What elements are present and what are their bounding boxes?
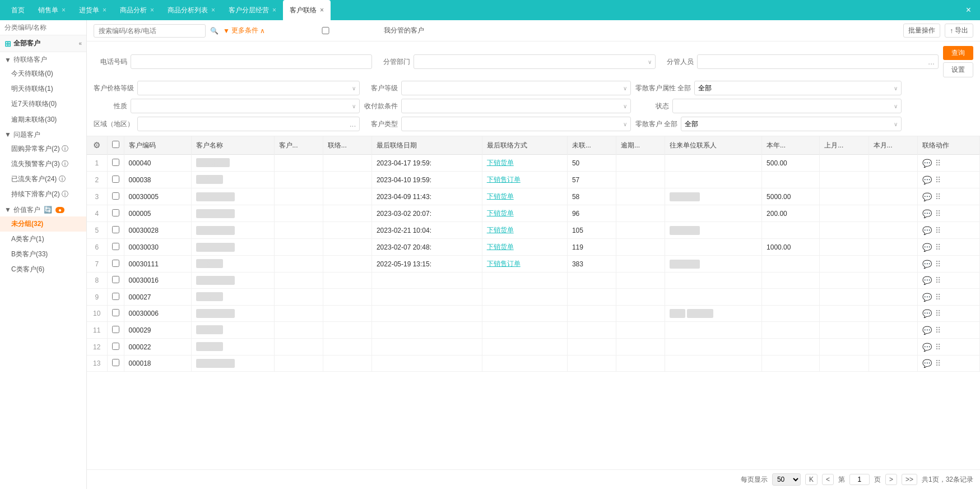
next-page-btn[interactable]: > [885,474,897,485]
person-select[interactable]: ... [697,54,939,69]
sidebar-item-classB[interactable]: B类客户(33) [0,247,86,262]
row-checkbox[interactable] [112,359,119,366]
close-icon[interactable]: × [272,6,276,14]
select-all-checkbox[interactable] [112,141,119,148]
contact-icon[interactable]: 💬 [922,159,932,168]
last-method-link[interactable]: 下销货单 [487,243,514,251]
scatter-cust-select[interactable]: 全部 ∨ [681,117,902,131]
tab-analysis-list[interactable]: 商品分析列表 × [161,0,222,20]
row-checkbox[interactable] [112,209,119,216]
cust-type-select[interactable]: ∨ [401,117,630,131]
row-checkbox[interactable] [112,309,119,316]
ellipsis-icon[interactable]: ... [350,119,356,128]
more-action-icon[interactable]: ⠿ [935,260,941,269]
query-button[interactable]: 查询 [943,46,973,60]
more-action-icon[interactable]: ⠿ [935,226,941,235]
last-method-link[interactable]: 下销货单 [487,192,514,200]
more-action-icon[interactable]: ⠿ [935,243,941,252]
price-level-select[interactable]: ∨ [137,81,360,95]
contact-icon[interactable]: 💬 [922,260,932,269]
last-method-link[interactable]: 下销货单 [487,159,514,167]
close-icon[interactable]: × [62,6,66,14]
contact-icon[interactable]: 💬 [922,326,932,335]
sidebar-group-problem[interactable]: ▼ 问题客户 [0,127,86,141]
collapse-icon[interactable]: « [78,40,82,47]
sidebar-item-classA[interactable]: A类客户(1) [0,232,86,247]
prev-page-btn[interactable]: < [822,474,834,485]
close-icon[interactable]: × [211,6,215,14]
sidebar-item-ungrouped[interactable]: 未分组(32) [0,216,86,232]
last-page-btn[interactable]: >> [902,474,917,485]
last-method-link[interactable]: 下销货单 [487,209,514,217]
sidebar-item-overdue[interactable]: 逾期未联络(30) [0,112,86,127]
row-checkbox[interactable] [112,293,119,300]
tab-purchase[interactable]: 进货单 × [72,0,113,20]
batch-op-btn[interactable]: 批量操作 [903,24,940,38]
sidebar-item-today[interactable]: 今天待联络(0) [0,66,86,81]
row-checkbox[interactable] [112,260,119,267]
th-settings[interactable]: ⚙ [87,136,107,155]
tab-customer-layer[interactable]: 客户分层经营 × [222,0,283,20]
sidebar-item-churn-warn[interactable]: 流失预警客户(3) ⓘ [0,156,86,172]
row-checkbox[interactable] [112,343,119,350]
region-select[interactable]: ... [137,117,360,131]
status-select[interactable]: ∨ [672,99,902,113]
more-action-icon[interactable]: ⠿ [935,209,941,218]
close-icon[interactable]: × [103,6,106,14]
contact-icon[interactable]: 💬 [922,276,932,285]
sidebar-item-tomorrow[interactable]: 明天待联络(1) [0,81,86,96]
sidebar-group-value[interactable]: ▼ 价值客户 🔄 ● [0,202,86,216]
row-checkbox[interactable] [112,243,119,250]
export-btn[interactable]: ↑ 导出 [945,24,973,38]
my-customers-check[interactable] [270,27,382,34]
contact-icon[interactable]: 💬 [922,192,932,201]
more-action-icon[interactable]: ⠿ [935,309,941,318]
sidebar-item-churned[interactable]: 已流失客户(24) ⓘ [0,172,86,187]
close-icon[interactable]: × [150,6,154,14]
payment-select[interactable]: ∨ [401,99,630,113]
sidebar-all-customers[interactable]: ⊞ 全部客户 « [0,35,86,52]
search-input[interactable] [94,24,206,38]
tab-customer-contact[interactable]: 客户联络 × [283,0,331,20]
page-number-input[interactable] [849,474,870,485]
contact-icon[interactable]: 💬 [922,226,932,235]
reset-button[interactable]: 设置 [943,62,973,77]
tab-analysis[interactable]: 商品分析 × [113,0,161,20]
more-action-icon[interactable]: ⠿ [935,176,941,184]
sidebar-item-classC[interactable]: C类客户(6) [0,262,86,277]
contact-icon[interactable]: 💬 [922,293,932,302]
close-all-icon[interactable]: × [962,5,976,15]
contact-icon[interactable]: 💬 [922,243,932,252]
sidebar-item-week[interactable]: 近7天待联络(0) [0,96,86,112]
last-method-link[interactable]: 下销售订单 [487,260,521,267]
contact-icon[interactable]: 💬 [922,359,932,368]
scatter-attr-select[interactable]: 全部 ∨ [694,81,902,95]
nature-select[interactable]: ∨ [131,99,360,113]
sidebar-group-pending[interactable]: ▼ 待联络客户 [0,52,86,66]
row-checkbox[interactable] [112,192,119,200]
more-action-icon[interactable]: ⠿ [935,359,941,368]
more-action-icon[interactable]: ⠿ [935,293,941,302]
more-action-icon[interactable]: ⠿ [935,192,941,201]
close-icon[interactable]: × [320,6,324,14]
my-customers-checkbox[interactable]: 我分管的客户 [270,26,424,35]
dept-select[interactable]: ∨ [414,54,655,69]
row-checkbox[interactable] [112,176,119,183]
ellipsis-icon[interactable]: ... [928,57,935,66]
contact-icon[interactable]: 💬 [922,209,932,218]
sidebar-search-input[interactable] [4,24,87,31]
settings-icon[interactable]: ⚙ [91,139,102,151]
more-action-icon[interactable]: ⠿ [935,343,941,352]
search-btn-icon[interactable]: 🔍 [210,27,219,35]
phone-input[interactable] [131,54,372,69]
contact-icon[interactable]: 💬 [922,309,932,318]
first-page-btn[interactable]: K [805,474,818,485]
last-method-link[interactable]: 下销货单 [487,226,514,234]
row-checkbox[interactable] [112,226,119,233]
sidebar-item-declining[interactable]: 持续下滑客户(2) ⓘ [0,187,86,202]
more-action-icon[interactable]: ⠿ [935,159,941,168]
more-action-icon[interactable]: ⠿ [935,276,941,285]
last-method-link[interactable]: 下销售订单 [487,176,521,183]
tab-home[interactable]: 首页 [4,0,31,20]
cust-level-select[interactable]: ∨ [401,81,630,95]
